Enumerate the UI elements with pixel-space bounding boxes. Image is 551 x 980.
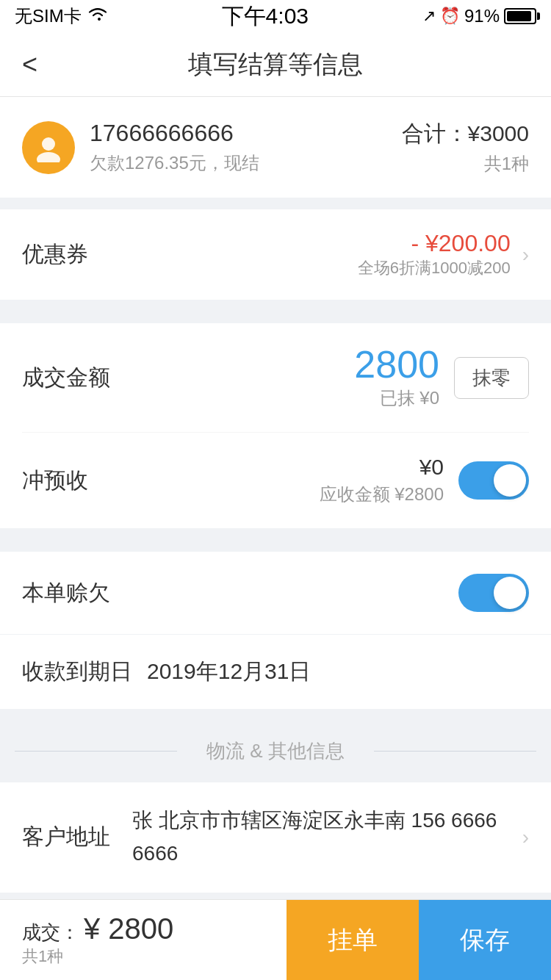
prepay-zero: ¥0 [419,455,444,480]
address-label: 客户地址 [22,822,110,852]
deal-amount-row: 成交金额 2800 已抹 ¥0 抹零 [22,323,529,433]
bottom-count: 共1种 [22,945,264,968]
coupon-right: - ¥200.00 全场6折满1000减200 › [358,230,529,279]
location-icon: ↗ [422,7,436,26]
battery-percent: 91% [464,6,500,26]
deal-amount-col: 2800 已抹 ¥0 [354,345,439,410]
bottom-bar: 成交： ¥ 2800 共1种 挂单 保存 [0,899,551,980]
due-date-value: 2019年12月31日 [147,657,311,687]
debt-section: 本单赊欠 [0,552,551,634]
status-right: ↗ ⏰ 91% [422,6,536,26]
customer-totals: 合计：¥3000 共1种 [402,119,529,176]
logistics-divider: 物流 & 其他信息 [0,721,551,782]
svg-point-0 [42,137,55,151]
prepay-right: ¥0 应收金额 ¥2800 [320,455,529,506]
status-bar: 无SIM卡 下午4:03 ↗ ⏰ 91% [0,0,551,32]
section-divider-2 [0,528,551,540]
toggle-knob [494,464,526,497]
status-time: 下午4:03 [222,1,309,32]
bottom-deal-label: 成交： [22,920,79,945]
coupon-desc: 全场6折满1000减200 [358,257,511,279]
status-left: 无SIM卡 [15,4,108,28]
due-date-section: 收款到期日 2019年12月31日 [0,635,551,709]
wifi-icon [87,6,108,26]
deal-amount-right: 2800 已抹 ¥0 抹零 [354,345,529,410]
logistics-text: 物流 & 其他信息 [206,738,345,764]
chevron-right-icon: › [522,243,529,267]
coupon-label: 优惠券 [22,239,88,270]
prepay-toggle[interactable] [458,461,529,500]
address-value: 张 北京市市辖区海淀区永丰南 156 6666 6666 [132,804,518,871]
customer-phone: 17666666666 [90,120,259,147]
avatar [22,121,75,174]
save-button[interactable]: 保存 [419,900,551,981]
carrier-label: 无SIM卡 [15,4,82,28]
section-divider-1 [0,311,551,323]
coupon-row[interactable]: 优惠券 - ¥200.00 全场6折满1000减200 › [0,209,551,300]
hold-button[interactable]: 挂单 [287,900,419,981]
deal-sub-label: 已抹 ¥0 [380,386,439,410]
nav-bar: < 填写结算等信息 [0,32,551,97]
prepay-label: 冲预收 [22,466,88,496]
prepay-receivable: 应收金额 ¥2800 [320,483,444,506]
debt-toggle[interactable] [458,574,529,612]
back-button[interactable]: < [22,42,52,87]
address-section[interactable]: 客户地址 张 北京市市辖区海淀区永丰南 156 6666 6666 › [0,782,551,893]
prepay-row: 冲预收 ¥0 应收金额 ¥2800 [22,433,529,528]
logistics-line-right [374,751,536,752]
debt-label: 本单赊欠 [22,578,110,608]
deal-section: 成交金额 2800 已抹 ¥0 抹零 冲预收 ¥0 应收金额 ¥2800 [0,323,551,528]
deal-amount-label: 成交金额 [22,363,110,393]
prepay-amounts: ¥0 应收金额 ¥2800 [320,455,444,506]
coupon-amount: - ¥200.00 [358,230,511,257]
svg-point-1 [37,152,60,162]
customer-info: 17666666666 欠款1276.35元，现结 [90,120,259,175]
due-date-label: 收款到期日 [22,657,132,687]
total-count: 共1种 [402,152,529,176]
logistics-line-left [15,751,177,752]
debt-toggle-knob [494,577,526,609]
customer-left: 17666666666 欠款1276.35元，现结 [22,120,259,175]
address-chevron-icon: › [522,826,529,849]
round-zero-button[interactable]: 抹零 [454,357,529,399]
customer-card: 17666666666 欠款1276.35元，现结 合计：¥3000 共1种 [0,97,551,198]
customer-debt: 欠款1276.35元，现结 [90,151,259,175]
bottom-deal-amount: ¥ 2800 [84,912,173,945]
deal-amount-value: 2800 [354,345,439,383]
page-title: 填写结算等信息 [188,48,363,82]
alarm-icon: ⏰ [440,7,460,26]
bottom-summary: 成交： ¥ 2800 共1种 [0,912,287,968]
total-amount: 合计：¥3000 [402,119,529,149]
battery-icon [504,8,536,24]
content: 17666666666 欠款1276.35元，现结 合计：¥3000 共1种 优… [0,97,551,980]
